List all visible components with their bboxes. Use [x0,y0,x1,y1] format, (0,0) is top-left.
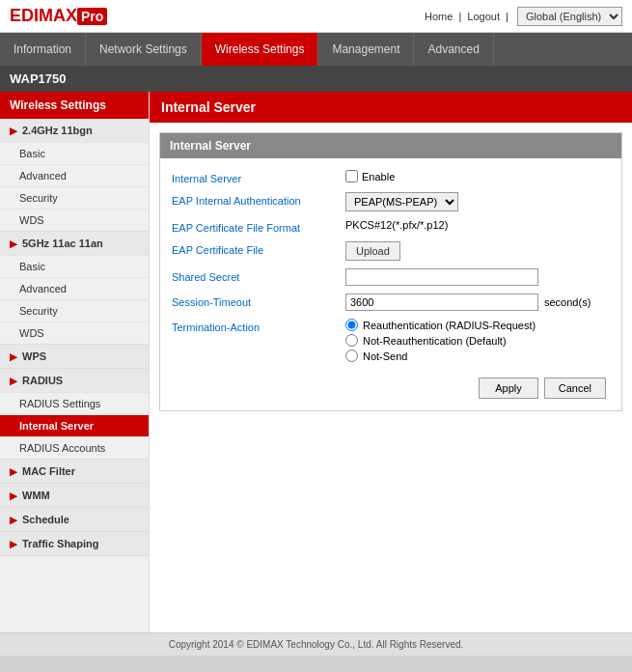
logo-edimax: EDIMAX [10,6,77,26]
sidebar-item-radius-accounts[interactable]: RADIUS Accounts [0,436,149,459]
enable-checkbox-wrapper: Enable [345,170,610,182]
sidebar-section-wmm-label: WMM [22,490,50,501]
radio-notsend-label: Not-Send [363,350,407,362]
sidebar-section-wps-label: WPS [22,350,46,362]
radio-notreauth[interactable] [345,334,358,347]
arrow-wmm: ▶ [10,490,17,501]
eap-cert-format-value: PKCS#12(*.pfx/*.p12) [345,219,610,231]
footer: Copyright 2014 © EDIMAX Technology Co., … [0,632,632,656]
session-timeout-unit: second(s) [544,296,591,308]
shared-secret-input[interactable] [345,268,538,286]
form-row-eap-cert-format: EAP Certificate File Format PKCS#12(*.pf… [172,219,610,234]
sep1: | [458,11,461,22]
radio-row-reauth: Reauthentication (RADIUS-Request) [345,319,610,331]
cancel-button[interactable]: Cancel [544,378,606,399]
nav-item-advanced[interactable]: Advanced [414,33,493,66]
radio-row-notreauth: Not-Reauthentication (Default) [345,334,610,347]
sep2: | [506,11,508,22]
sidebar-item-radius-settings[interactable]: RADIUS Settings [0,392,149,414]
nav-item-network-settings[interactable]: Network Settings [86,33,202,66]
sidebar-item-security-5g[interactable]: Security [0,299,149,322]
main-content: Internal Server Internal Server Internal… [150,92,632,632]
session-timeout-label: Session-Timeout [172,294,345,308]
enable-checkbox[interactable] [345,170,358,182]
sidebar-section-mac-filter-header[interactable]: ▶ MAC Filter [0,460,149,483]
eap-internal-auth-label: EAP Internal Authentication [172,192,345,207]
nav-item-wireless-settings[interactable]: Wireless Settings [202,33,319,66]
sidebar-item-wds-2g[interactable]: WDS [0,209,149,231]
sidebar-section-radius: ▶ RADIUS RADIUS Settings Internal Server… [0,369,149,460]
page-title: Internal Server [150,92,632,123]
sidebar-section-radius-header[interactable]: ▶ RADIUS [0,369,149,392]
section-box: Internal Server Internal Server Enable E… [159,132,622,411]
termination-action-field: Reauthentication (RADIUS-Request) Not-Re… [345,319,610,362]
eap-cert-file-label: EAP Certificate File [172,241,345,256]
form-row-shared-secret: Shared Secret [172,268,610,286]
sidebar-item-advanced-5g[interactable]: Advanced [0,277,149,299]
radio-reauth-label: Reauthentication (RADIUS-Request) [363,320,536,331]
eap-cert-format-label: EAP Certificate File Format [172,219,345,234]
radio-notsend[interactable] [345,350,358,362]
apply-button[interactable]: Apply [479,378,538,399]
arrow-wps: ▶ [10,351,17,362]
internal-server-label: Internal Server [172,170,345,184]
nav-item-management[interactable]: Management [318,33,414,66]
arrow-traffic-shaping: ▶ [10,539,17,549]
sidebar-title: Wireless Settings [0,92,149,119]
arrow-radius: ▶ [10,376,17,386]
shared-secret-field [345,268,610,286]
sidebar-section-wps-header[interactable]: ▶ WPS [0,345,149,368]
home-link[interactable]: Home [425,11,453,22]
sidebar-section-traffic-shaping-label: Traffic Shaping [22,538,98,549]
session-timeout-input[interactable] [345,294,538,311]
sidebar-section-wps: ▶ WPS [0,345,149,369]
sidebar: Wireless Settings ▶ 2.4GHz 11bgn Basic A… [0,92,150,632]
sidebar-section-wmm-header[interactable]: ▶ WMM [0,484,149,507]
sidebar-section-5ghz: ▶ 5GHz 11ac 11an Basic Advanced Security… [0,232,149,345]
form-row-internal-server: Internal Server Enable [172,170,610,184]
header-links: Home | Logout | Global (English) [422,7,622,26]
sidebar-item-internal-server[interactable]: Internal Server [0,414,149,436]
sidebar-section-mac-filter: ▶ MAC Filter [0,460,149,484]
sidebar-section-wmm: ▶ WMM [0,484,149,508]
session-timeout-field: second(s) [345,294,610,311]
language-select[interactable]: Global (English) [517,7,622,26]
section-body: Internal Server Enable EAP Internal Auth… [160,158,621,410]
sidebar-section-radius-label: RADIUS [22,375,63,386]
form-row-session-timeout: Session-Timeout second(s) [172,294,610,311]
arrow-2ghz: ▶ [10,126,17,136]
content-wrapper: Wireless Settings ▶ 2.4GHz 11bgn Basic A… [0,92,632,632]
radio-reauth[interactable] [345,319,358,331]
nav-item-information[interactable]: Information [0,33,86,66]
sidebar-section-2ghz: ▶ 2.4GHz 11bgn Basic Advanced Security W… [0,119,149,232]
arrow-schedule: ▶ [10,515,17,525]
form-row-eap-internal-auth: EAP Internal Authentication PEAP(MS-PEAP… [172,192,610,211]
eap-internal-auth-select[interactable]: PEAP(MS-PEAP) [345,192,458,211]
form-row-termination-action: Termination-Action Reauthentication (RAD… [172,319,610,362]
logo-pro: Pro [77,8,107,25]
section-header: Internal Server [160,133,621,158]
eap-internal-auth-field: PEAP(MS-PEAP) [345,192,610,211]
sidebar-section-traffic-shaping-header[interactable]: ▶ Traffic Shaping [0,532,149,555]
sidebar-section-2ghz-label: 2.4GHz 11bgn [22,125,93,136]
logout-link[interactable]: Logout [467,11,500,22]
footer-text: Copyright 2014 © EDIMAX Technology Co., … [169,639,464,650]
radio-notreauth-label: Not-Reauthentication (Default) [363,335,507,347]
logo: EDIMAX Pro [10,6,107,26]
arrow-5ghz: ▶ [10,238,17,249]
sidebar-item-basic-5g[interactable]: Basic [0,255,149,277]
enable-label: Enable [362,171,395,182]
device-name: WAP1750 [0,66,632,92]
sidebar-section-mac-filter-label: MAC Filter [22,465,75,477]
sidebar-section-5ghz-header[interactable]: ▶ 5GHz 11ac 11an [0,232,149,255]
termination-action-label: Termination-Action [172,319,345,333]
sidebar-section-schedule-header[interactable]: ▶ Schedule [0,508,149,531]
sidebar-item-security-2g[interactable]: Security [0,186,149,209]
upload-button[interactable]: Upload [345,241,400,261]
sidebar-item-advanced-2g[interactable]: Advanced [0,164,149,186]
sidebar-section-2ghz-header[interactable]: ▶ 2.4GHz 11bgn [0,119,149,142]
sidebar-item-basic-2g[interactable]: Basic [0,142,149,164]
sidebar-item-wds-5g[interactable]: WDS [0,322,149,344]
sidebar-section-schedule-label: Schedule [22,514,69,525]
sidebar-section-schedule: ▶ Schedule [0,508,149,532]
